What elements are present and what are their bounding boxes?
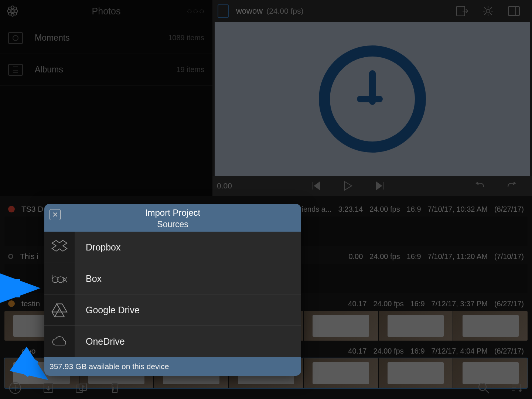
source-label: OneDrive xyxy=(75,336,125,347)
source-box[interactable]: Box xyxy=(44,263,301,294)
source-label: Box xyxy=(75,273,102,284)
source-google-drive[interactable]: Google Drive xyxy=(44,294,301,326)
source-label: Google Drive xyxy=(75,305,140,316)
tutorial-arrow xyxy=(0,273,41,303)
close-button[interactable]: ✕ xyxy=(50,209,61,220)
source-onedrive[interactable]: OneDrive xyxy=(44,326,301,357)
import-project-modal: ✕ Import Project Sources DropboxBoxGoogl… xyxy=(44,204,301,376)
svg-point-28 xyxy=(52,277,58,283)
modal-subtitle: Sources xyxy=(44,218,301,229)
dropbox-icon xyxy=(44,232,75,263)
onedrive-icon xyxy=(44,326,75,357)
source-dropbox[interactable]: Dropbox xyxy=(44,232,301,263)
storage-available: 357.93 GB available on this device xyxy=(44,357,301,376)
box-icon xyxy=(44,263,75,294)
google-drive-icon xyxy=(44,294,75,325)
source-label: Dropbox xyxy=(75,242,121,253)
modal-title: Import Project xyxy=(44,204,301,218)
svg-point-29 xyxy=(58,277,64,283)
